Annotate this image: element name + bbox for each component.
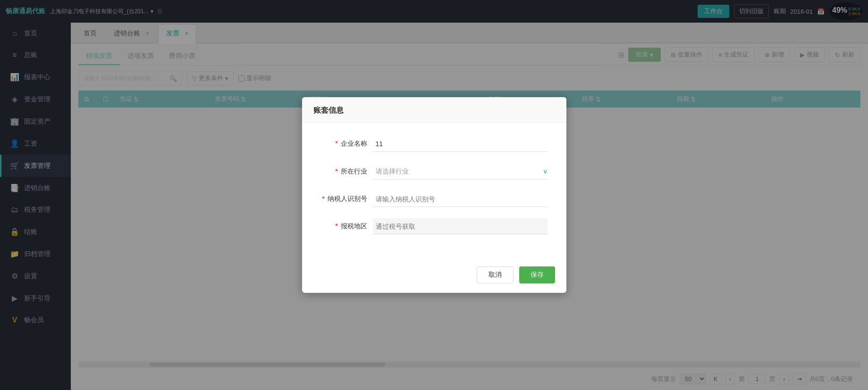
form-row-company-name: * 企业名称 [321,136,548,152]
required-asterisk: * [335,167,337,175]
company-name-label: * 企业名称 [321,140,373,148]
company-name-input[interactable] [373,136,548,152]
industry-label: * 所在行业 [321,167,373,176]
modal-account-info: 账套信息 * 企业名称 * 所在行业 请选择行业 [302,97,566,293]
modal-overlay: 账套信息 * 企业名称 * 所在行业 请选择行业 [0,0,868,390]
cancel-button[interactable]: 取消 [477,266,514,283]
tax-region-label: * 报税地区 [321,222,373,231]
modal-footer: 取消 保存 [302,259,566,293]
tax-id-input[interactable] [373,191,548,207]
required-asterisk: * [335,222,337,230]
required-asterisk: * [335,140,337,147]
industry-dropdown-icon: ∨ [543,167,548,175]
modal-title: 账套信息 [313,106,344,114]
modal-body: * 企业名称 * 所在行业 请选择行业 ∨ [302,123,566,259]
form-row-tax-region: * 报税地区 [321,218,548,234]
form-row-tax-id: * 纳税人识别号 [321,191,548,207]
tax-region-input [373,218,548,234]
tax-id-label: * 纳税人识别号 [321,195,373,203]
industry-select-wrapper: 请选择行业 ∨ [373,163,548,180]
modal-header: 账套信息 [302,97,566,123]
save-button[interactable]: 保存 [519,266,555,283]
form-row-industry: * 所在行业 请选择行业 ∨ [321,163,548,180]
industry-select[interactable]: 请选择行业 [373,163,543,179]
required-asterisk: * [322,195,324,202]
